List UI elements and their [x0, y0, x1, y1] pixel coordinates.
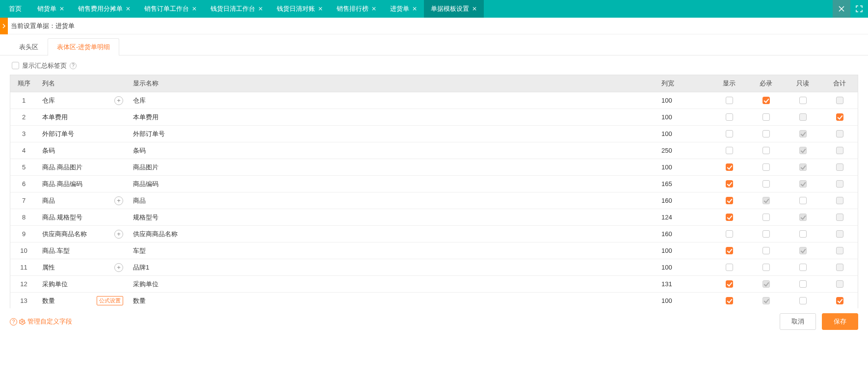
close-icon[interactable]: ✕ — [192, 5, 197, 12]
show-checkbox[interactable] — [726, 180, 733, 188]
show-summary-checkbox[interactable] — [12, 62, 19, 69]
add-icon[interactable]: + — [114, 196, 123, 205]
required-checkbox[interactable] — [763, 163, 770, 171]
cell-width[interactable]: 100 — [657, 261, 710, 274]
cell-dispname[interactable]: 商品编码 — [128, 177, 657, 191]
cell-dispname[interactable]: 规格型号 — [128, 210, 657, 225]
required-checkbox[interactable] — [763, 113, 770, 121]
readonly-checkbox[interactable] — [799, 197, 807, 204]
close-icon[interactable]: ✕ — [412, 5, 417, 12]
show-checkbox[interactable] — [726, 97, 733, 104]
table-row[interactable]: 12采购单位采购单位131 — [10, 276, 858, 293]
cell-dispname[interactable]: 车型 — [128, 244, 657, 258]
table-row[interactable]: 10商品.车型车型100 — [10, 243, 858, 259]
show-checkbox[interactable] — [726, 280, 733, 288]
cell-dispname[interactable]: 供应商商品名称 — [128, 227, 657, 242]
cell-dispname[interactable]: 条码 — [128, 143, 657, 158]
top-tab[interactable]: 销货单✕ — [30, 0, 71, 18]
help-icon[interactable]: ? — [70, 62, 77, 69]
show-checkbox[interactable] — [726, 113, 733, 121]
cell-dispname[interactable]: 仓库 — [128, 93, 657, 108]
cell-width[interactable]: 124 — [657, 211, 710, 224]
cell-dispname[interactable]: 商品 — [128, 193, 657, 208]
required-checkbox[interactable] — [763, 130, 770, 137]
required-checkbox[interactable] — [763, 264, 770, 271]
table-row[interactable]: 2本单费用本单费用100 — [10, 109, 858, 126]
show-checkbox[interactable] — [726, 247, 733, 254]
save-button[interactable]: 保存 — [822, 313, 858, 330]
cell-dispname[interactable]: 品牌1 — [128, 260, 657, 275]
top-tab[interactable]: 销售订单工作台✕ — [137, 0, 204, 18]
tab-body-area[interactable]: 表体区-进货单明细 — [48, 38, 119, 55]
add-icon[interactable]: + — [114, 230, 123, 239]
table-row[interactable]: 7商品+商品160 — [10, 192, 858, 209]
add-icon[interactable]: + — [114, 96, 123, 105]
table-row[interactable]: 3外部订单号外部订单号100 — [10, 126, 858, 142]
manage-custom-fields-link[interactable]: ? 管理自定义字段 — [10, 317, 72, 326]
cell-dispname[interactable]: 采购单位 — [128, 277, 657, 292]
cancel-button[interactable]: 取消 — [780, 313, 816, 330]
cell-dispname[interactable]: 外部订单号 — [128, 127, 657, 141]
cell-width[interactable]: 100 — [657, 110, 710, 124]
table-row[interactable]: 1仓库+仓库100 — [10, 92, 858, 109]
fullscreen-button[interactable] — [850, 0, 868, 18]
sum-checkbox[interactable] — [836, 297, 843, 304]
close-icon[interactable]: ✕ — [59, 5, 64, 12]
tab-header-area[interactable]: 表头区 — [10, 38, 48, 55]
show-checkbox[interactable] — [726, 197, 733, 204]
cell-width[interactable]: 100 — [657, 294, 710, 307]
close-all-tabs-button[interactable] — [833, 0, 850, 18]
show-checkbox[interactable] — [726, 130, 733, 137]
table-row[interactable]: 9供应商商品名称+供应商商品名称160 — [10, 226, 858, 243]
close-icon[interactable]: ✕ — [371, 5, 376, 12]
top-tab[interactable]: 钱货日清对账✕ — [270, 0, 330, 18]
required-checkbox[interactable] — [763, 97, 770, 104]
cell-dispname[interactable]: 本单费用 — [128, 110, 657, 125]
top-tab[interactable]: 进货单✕ — [383, 0, 424, 18]
cell-width[interactable]: 100 — [657, 94, 710, 107]
table-row[interactable]: 11属性+品牌1100 — [10, 259, 858, 276]
show-checkbox[interactable] — [726, 214, 733, 221]
required-checkbox[interactable] — [763, 247, 770, 254]
table-row[interactable]: 6商品.商品编码商品编码165 — [10, 176, 858, 192]
cell-width[interactable]: 100 — [657, 127, 710, 140]
formula-settings-button[interactable]: 公式设置 — [97, 296, 123, 305]
readonly-checkbox[interactable] — [799, 280, 807, 288]
readonly-checkbox[interactable] — [799, 97, 807, 104]
top-tab[interactable]: 首页 — [0, 0, 30, 18]
required-checkbox[interactable] — [763, 214, 770, 221]
cell-dispname[interactable]: 数量 — [128, 294, 657, 308]
cell-width[interactable]: 100 — [657, 161, 710, 174]
table-row[interactable]: 8商品.规格型号规格型号124 — [10, 209, 858, 226]
cell-dispname[interactable]: 商品图片 — [128, 160, 657, 175]
show-checkbox[interactable] — [726, 230, 733, 238]
add-icon[interactable]: + — [114, 263, 123, 272]
close-icon[interactable]: ✕ — [126, 5, 131, 12]
show-checkbox[interactable] — [726, 147, 733, 154]
readonly-checkbox[interactable] — [799, 230, 807, 238]
table-row[interactable]: 5商品.商品图片商品图片100 — [10, 159, 858, 176]
close-icon[interactable]: ✕ — [472, 5, 477, 12]
grid-body[interactable]: 1仓库+仓库1002本单费用本单费用1003外部订单号外部订单号1004条码条码… — [10, 92, 858, 308]
readonly-checkbox[interactable] — [799, 297, 807, 304]
table-row[interactable]: 13数量公式设置数量100 — [10, 293, 858, 308]
cell-width[interactable]: 250 — [657, 144, 710, 157]
top-tab[interactable]: 单据模板设置✕ — [424, 0, 484, 18]
readonly-checkbox[interactable] — [799, 264, 807, 271]
expand-chevron-icon[interactable] — [0, 18, 8, 34]
show-checkbox[interactable] — [726, 163, 733, 171]
show-checkbox[interactable] — [726, 264, 733, 271]
sum-checkbox[interactable] — [836, 113, 843, 121]
cell-width[interactable]: 100 — [657, 244, 710, 257]
top-tab[interactable]: 销售费用分摊单✕ — [71, 0, 137, 18]
required-checkbox[interactable] — [763, 230, 770, 238]
top-tab[interactable]: 钱货日清工作台✕ — [204, 0, 270, 18]
required-checkbox[interactable] — [763, 180, 770, 188]
table-row[interactable]: 4条码条码250 — [10, 142, 858, 159]
cell-width[interactable]: 160 — [657, 194, 710, 207]
cell-width[interactable]: 131 — [657, 277, 710, 291]
close-icon[interactable]: ✕ — [258, 5, 263, 12]
cell-width[interactable]: 165 — [657, 177, 710, 190]
cell-width[interactable]: 160 — [657, 227, 710, 241]
required-checkbox[interactable] — [763, 147, 770, 154]
